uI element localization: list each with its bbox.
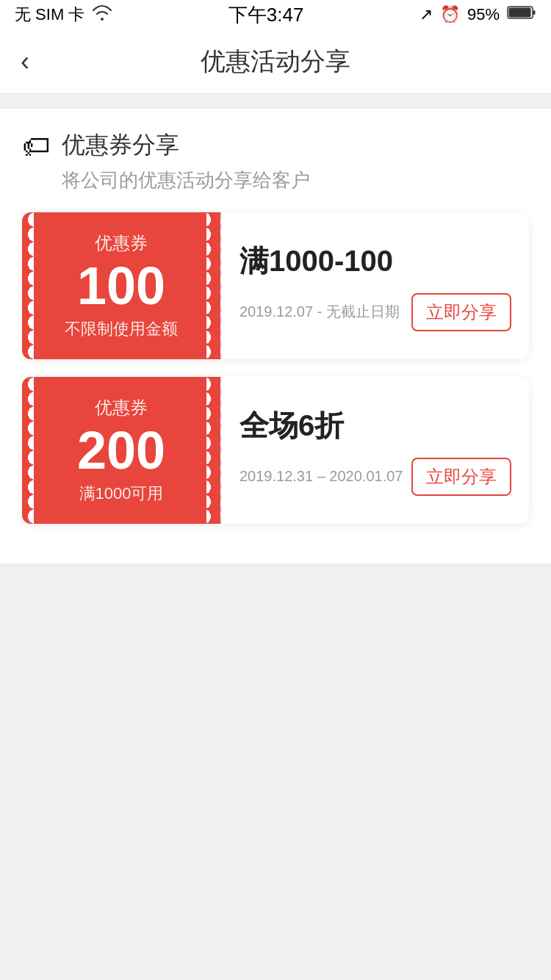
- page-background: [0, 563, 551, 975]
- battery-icon: [507, 4, 536, 25]
- coupon-label-2: 优惠券: [95, 396, 148, 419]
- coupon-amount-2: 200: [77, 424, 165, 477]
- svg-rect-1: [509, 8, 531, 18]
- carrier-label: 无 SIM 卡: [15, 4, 84, 26]
- section-text-group: 优惠券分享 将公司的优惠活动分享给客户: [62, 129, 310, 193]
- coupon-footer-1: 2019.12.07 - 无截止日期 立即分享: [240, 293, 511, 331]
- status-right: ↗ ⏰ 95%: [419, 4, 536, 25]
- share-button-1[interactable]: 立即分享: [411, 293, 511, 331]
- svg-rect-2: [533, 10, 536, 15]
- coupon-card-2: 优惠券 200 满1000可用 全场6折 2019.12.31 – 2020.0…: [22, 377, 529, 524]
- coupon-name-2: 全场6折: [240, 406, 511, 446]
- coupon-amount-1: 100: [77, 259, 165, 312]
- coupon-label-1: 优惠券: [95, 231, 148, 255]
- coupon-date-2: 2019.12.31 – 2020.01.07: [240, 468, 404, 485]
- section-header: 🏷 优惠券分享 将公司的优惠活动分享给客户: [0, 109, 551, 205]
- coupon-right-2: 全场6折 2019.12.31 – 2020.01.07 立即分享: [222, 377, 529, 524]
- coupon-footer-2: 2019.12.31 – 2020.01.07 立即分享: [240, 458, 511, 496]
- status-bar: 无 SIM 卡 下午3:47 ↗ ⏰ 95%: [0, 0, 551, 29]
- coupon-left-2: 优惠券 200 满1000可用: [22, 377, 220, 524]
- coupon-condition-2: 满1000可用: [79, 483, 164, 505]
- section-title: 优惠券分享: [62, 129, 310, 162]
- nav-bar: ‹ 优惠活动分享: [0, 29, 551, 94]
- coupon-left-1: 优惠券 100 不限制使用金额: [22, 212, 220, 359]
- page-title: 优惠活动分享: [201, 45, 350, 79]
- status-time: 下午3:47: [228, 2, 304, 28]
- alarm-icon: ⏰: [440, 5, 460, 24]
- coupon-date-1: 2019.12.07 - 无截止日期: [240, 302, 404, 322]
- location-icon: ↗: [419, 5, 433, 24]
- coupon-right-1: 满1000-100 2019.12.07 - 无截止日期 立即分享: [222, 212, 529, 359]
- coupon-card-1: 优惠券 100 不限制使用金额 满1000-100 2019.12.07 - 无…: [22, 212, 529, 359]
- coupon-name-1: 满1000-100: [240, 241, 511, 281]
- wifi-icon: [92, 4, 112, 25]
- coupon-condition-1: 不限制使用金额: [65, 318, 178, 340]
- status-left: 无 SIM 卡: [15, 4, 112, 26]
- share-button-2[interactable]: 立即分享: [411, 458, 511, 496]
- coupon-list: 优惠券 100 不限制使用金额 满1000-100 2019.12.07 - 无…: [0, 205, 551, 563]
- back-button[interactable]: ‹: [21, 46, 29, 77]
- section-divider-top: [0, 94, 551, 109]
- section-icon: 🏷: [22, 131, 50, 162]
- battery-percent: 95%: [467, 5, 500, 24]
- section-subtitle: 将公司的优惠活动分享给客户: [62, 167, 310, 193]
